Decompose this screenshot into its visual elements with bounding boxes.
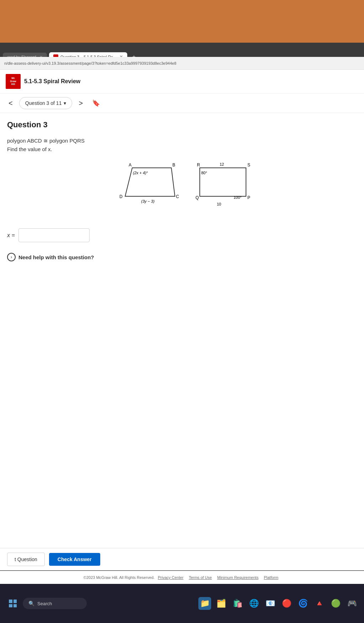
- mcgraw-hill-logo: Mc Graw Hill: [6, 74, 21, 89]
- angle-r-label: 80°: [201, 171, 207, 175]
- question-area: Question 3 polygon ABCD ≅ polygon PQRS F…: [0, 113, 364, 268]
- taskbar-icon-explorer[interactable]: 🗂️: [215, 597, 228, 610]
- taskbar-icons: 📁 🗂️ 🛍️ 🌐 📧 🔴 🌀 🔺 🟢 🎮: [198, 597, 358, 610]
- question-text: polygon ABCD ≅ polygon PQRS Find the val…: [7, 137, 357, 154]
- label-c: C: [176, 194, 179, 199]
- bookmark-icon[interactable]: 🔖: [89, 98, 103, 108]
- question-heading: Question 3: [7, 120, 357, 129]
- main-content: Mc Graw Hill 5.1-5.3 Spiral Review < Que…: [0, 70, 364, 559]
- action-bar: t Question Check Answer: [0, 548, 364, 570]
- search-label: Search: [37, 601, 52, 606]
- label-b: B: [172, 163, 175, 167]
- windows-icon: [9, 600, 17, 607]
- check-answer-button[interactable]: Check Answer: [49, 553, 100, 566]
- answer-row: x =: [7, 228, 357, 242]
- label-r: R: [197, 163, 200, 167]
- label-q: Q: [196, 195, 199, 200]
- footer-terms-link[interactable]: Terms of Use: [189, 575, 212, 580]
- angle-p-label: 100°: [234, 195, 242, 199]
- taskbar-icon-store[interactable]: 🛍️: [231, 597, 244, 610]
- answer-input[interactable]: [18, 228, 90, 242]
- assessment-title: 5.1-5.3 Spiral Review: [24, 78, 80, 85]
- geometry-diagram: A B C D (2x + 4)° (3y − 3) R S P Q 12: [28, 161, 357, 218]
- top-right-label: 12: [220, 162, 224, 166]
- label-s: S: [247, 163, 250, 167]
- help-section[interactable]: › Need help with this question?: [7, 253, 357, 261]
- taskbar-icon-files[interactable]: 📁: [198, 597, 211, 610]
- address-bar: n/dle-assess-delivery-ui/v3.19.3/assessm…: [0, 57, 364, 70]
- label-p: P: [247, 195, 250, 200]
- question-selector-button[interactable]: Question 3 of 11 ▾: [19, 97, 73, 109]
- question-nav-bar: < Question 3 of 11 ▾ > 🔖: [0, 94, 364, 113]
- bottom-right-label: 10: [217, 202, 221, 206]
- taskbar: 🔍 Search 📁 🗂️ 🛍️ 🌐 📧 🔴 🌀 🔺 🟢: [0, 584, 364, 623]
- start-button[interactable]: [6, 596, 20, 611]
- taskbar-icon-swirl[interactable]: 🌀: [296, 597, 309, 610]
- taskbar-icon-red[interactable]: 🔴: [280, 597, 293, 610]
- app-header: Mc Graw Hill 5.1-5.3 Spiral Review: [0, 70, 364, 94]
- dropdown-chevron-icon: ▾: [64, 100, 66, 106]
- footer-requirements-link[interactable]: Minimum Requirements: [217, 575, 258, 580]
- help-text: Need help with this question?: [18, 254, 94, 260]
- help-chevron-icon[interactable]: ›: [7, 253, 16, 261]
- footer-bar: ©2023 McGraw Hill. All Rights Reserved. …: [0, 571, 364, 584]
- taskbar-icon-nvidia[interactable]: 🎮: [346, 597, 358, 610]
- footer-copyright: ©2023 McGraw Hill. All Rights Reserved. …: [7, 575, 357, 580]
- label-d: D: [119, 194, 123, 199]
- search-icon: 🔍: [28, 601, 34, 606]
- nav-forward-button[interactable]: >: [76, 98, 86, 109]
- footer-privacy-link[interactable]: Privacy Center: [158, 575, 183, 580]
- taskbar-search[interactable]: 🔍 Search: [23, 598, 87, 609]
- bottom-left-label: (3y − 3): [141, 199, 155, 203]
- skip-question-button[interactable]: t Question: [7, 553, 45, 566]
- nav-back-button[interactable]: <: [6, 98, 16, 109]
- footer-platform-link[interactable]: Platform: [264, 575, 278, 580]
- taskbar-icon-green[interactable]: 🟢: [329, 597, 342, 610]
- diagram-svg: A B C D (2x + 4)° (3y − 3) R S P Q 12: [114, 161, 271, 218]
- taskbar-icon-mail[interactable]: 📧: [264, 597, 277, 610]
- left-polygon: [125, 168, 175, 196]
- angle-left-label: (2x + 4)°: [133, 171, 148, 175]
- answer-label: x =: [7, 232, 15, 239]
- taskbar-icon-browser[interactable]: 🌐: [247, 597, 260, 610]
- taskbar-icon-triangle[interactable]: 🔺: [313, 597, 326, 610]
- label-a: A: [129, 163, 132, 167]
